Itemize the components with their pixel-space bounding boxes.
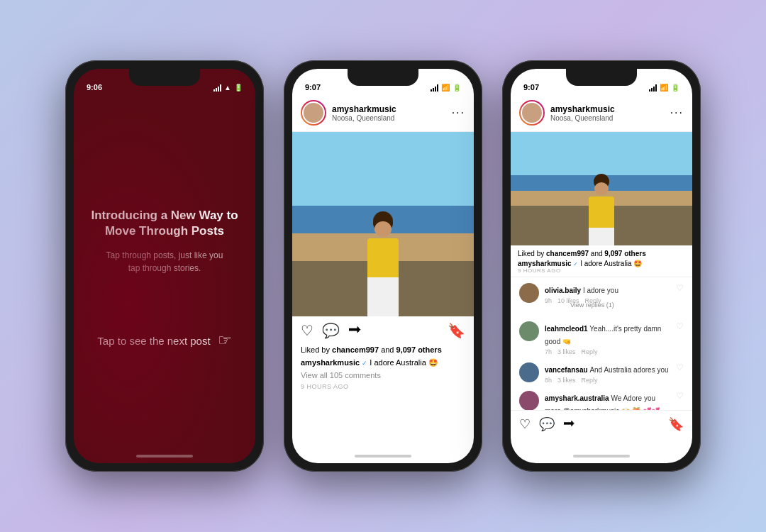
comment-text: I adore you	[583, 287, 618, 294]
comment-username[interactable]: olivia.baily	[545, 287, 583, 294]
more-button-3[interactable]: ···	[670, 106, 684, 119]
time-1: 9:06	[87, 83, 102, 92]
ig-actions-3: ♡ 💬 ⮕ 🔖	[511, 410, 692, 438]
avatar-3	[519, 100, 545, 126]
comment-icon-3[interactable]: 💬	[539, 416, 555, 432]
tutorial-screen: Introducing a New Way to Move Through Po…	[74, 94, 255, 463]
timestamp-2: 9 HOURS AGO	[301, 382, 465, 392]
wifi-icon-3: 📶	[660, 84, 668, 92]
signal-icon-2	[431, 84, 438, 92]
user-info-3: amysharkmusic Noosa, Queensland	[550, 104, 670, 122]
wifi-icon-2: 📶	[441, 84, 450, 92]
location-3: Noosa, Queensland	[550, 114, 670, 122]
more-button-2[interactable]: ···	[452, 106, 465, 119]
comment-avatar	[519, 283, 539, 303]
post-image-3	[511, 132, 692, 245]
tutorial-title: Introducing a New Way to Move Through Po…	[91, 208, 238, 239]
notch-1	[129, 69, 200, 86]
tap-hint-text: Tap to see the next post	[97, 335, 210, 347]
bookmark-icon-3[interactable]: 🔖	[668, 416, 684, 432]
notch-2	[348, 69, 418, 86]
ig-actions-2: ♡ 💬 ⮕ 🔖	[292, 316, 474, 345]
like-icon-2[interactable]: ♡	[301, 322, 313, 339]
comment-username[interactable]: vancefansau	[545, 366, 589, 374]
comment-heart-icon[interactable]: ♡	[676, 391, 684, 401]
comment-likes[interactable]: 3 likes	[557, 348, 576, 355]
comment-avatar	[519, 362, 539, 382]
phone-3: 9:07 📶 🔋 amyshar	[502, 60, 701, 472]
post-caption-3: Liked by chancem997 and 9,097 others amy…	[511, 245, 692, 277]
comment-heart-icon[interactable]: ♡	[676, 321, 684, 331]
avatar-2	[301, 100, 326, 126]
notch-3	[566, 69, 637, 86]
ig-caption-2: Liked by chancem997 and 9,097 others amy…	[292, 345, 474, 396]
share-icon-2[interactable]: ⮕	[348, 323, 362, 339]
reply-button[interactable]: Reply	[582, 377, 598, 384]
wifi-icon-1: ▲	[224, 84, 231, 92]
battery-icon-2: 🔋	[453, 84, 461, 92]
comment-content: leahmcleod1 Yeah....it's pretty damn goo…	[545, 321, 670, 355]
post-image-2	[292, 132, 474, 316]
comment-row: leahmcleod1 Yeah....it's pretty damn goo…	[519, 321, 684, 355]
comment-likes[interactable]: 3 likes	[557, 377, 576, 384]
signal-icon-1	[213, 84, 221, 92]
comment-content: olivia.baily I adore you 9h 10 likes Rep…	[545, 283, 670, 314]
likes-3: Liked by chancem997 and 9,097 others	[518, 250, 685, 257]
comment-username[interactable]: amyshark.australia	[545, 394, 611, 402]
tutorial-subtitle: Tap through posts, just like you tap thr…	[106, 249, 223, 275]
verified-badge-2: ✓	[362, 360, 367, 367]
comments-section: olivia.baily I adore you 9h 10 likes Rep…	[511, 277, 692, 410]
home-indicator-1	[136, 455, 193, 458]
time-3: 9:07	[523, 83, 539, 92]
battery-icon-3: 🔋	[671, 84, 679, 92]
comment-heart-icon[interactable]: ♡	[676, 283, 684, 293]
comment-time: 8h	[545, 377, 552, 384]
like-icon-3[interactable]: ♡	[519, 416, 531, 432]
likes-count-2: Liked by chancem997 and 9,097 others	[301, 345, 465, 355]
comment-text: And Australia adores you	[589, 366, 668, 374]
share-icon-3[interactable]: ⮕	[563, 417, 576, 432]
tap-gesture-icon: ☞	[218, 331, 232, 350]
comment-avatar	[519, 391, 539, 410]
phone-2: 9:07 📶 🔋 amysharkmusic Noosa, Queensland	[284, 60, 482, 472]
location-2: Noosa, Queensland	[332, 114, 452, 122]
comment-content: amyshark.australia We Adore you more @am…	[545, 391, 670, 410]
comment-username[interactable]: leahmcleod1	[545, 325, 589, 333]
view-comments-2[interactable]: View all 105 comments	[301, 370, 465, 381]
comment-heart-icon[interactable]: ♡	[676, 362, 684, 372]
battery-icon-1: 🔋	[234, 84, 243, 92]
verified-3: ✓	[573, 261, 578, 267]
username-2[interactable]: amysharkmusic	[332, 104, 452, 114]
comment-row: olivia.baily I adore you 9h 10 likes Rep…	[519, 283, 684, 314]
ig-header-3: amysharkmusic Noosa, Queensland ···	[511, 94, 692, 132]
comment-avatar	[519, 321, 539, 341]
comment-row: vancefansau And Australia adores you 8h …	[519, 362, 684, 384]
ig-header-2: amysharkmusic Noosa, Queensland ···	[292, 94, 474, 132]
comment-time: 7h	[545, 348, 552, 355]
caption-3: amysharkmusic ✓ I adore Australia 🤩	[518, 260, 685, 267]
home-indicator-2	[355, 455, 411, 458]
comment-time: 9h	[545, 297, 552, 304]
time-2: 9:07	[305, 83, 321, 92]
comment-icon-2[interactable]: 💬	[322, 322, 340, 339]
comment-content: vancefansau And Australia adores you 8h …	[545, 362, 670, 384]
comment-meta: 7h 3 likes Reply	[545, 348, 670, 355]
comment-row: amyshark.australia We Adore you more @am…	[519, 391, 684, 410]
comment-meta: 8h 3 likes Reply	[545, 377, 670, 384]
phone-1: 9:06 ▲ 🔋 Introducing a New Way to Move T…	[65, 60, 264, 472]
tap-hint[interactable]: Tap to see the next post ☞	[97, 331, 231, 350]
signal-icon-3	[649, 84, 657, 92]
caption-text-2: amysharkmusic ✓ I adore Australia 🤩	[301, 358, 465, 368]
username-3[interactable]: amysharkmusic	[550, 104, 670, 114]
user-info-2: amysharkmusic Noosa, Queensland	[332, 104, 452, 122]
bookmark-icon-2[interactable]: 🔖	[448, 322, 465, 339]
home-indicator-3	[573, 455, 630, 458]
reply-button[interactable]: Reply	[582, 348, 598, 355]
view-replies[interactable]: View replies (1)	[570, 301, 670, 309]
timestamp-3: 9 HOURS AGO	[518, 267, 685, 274]
